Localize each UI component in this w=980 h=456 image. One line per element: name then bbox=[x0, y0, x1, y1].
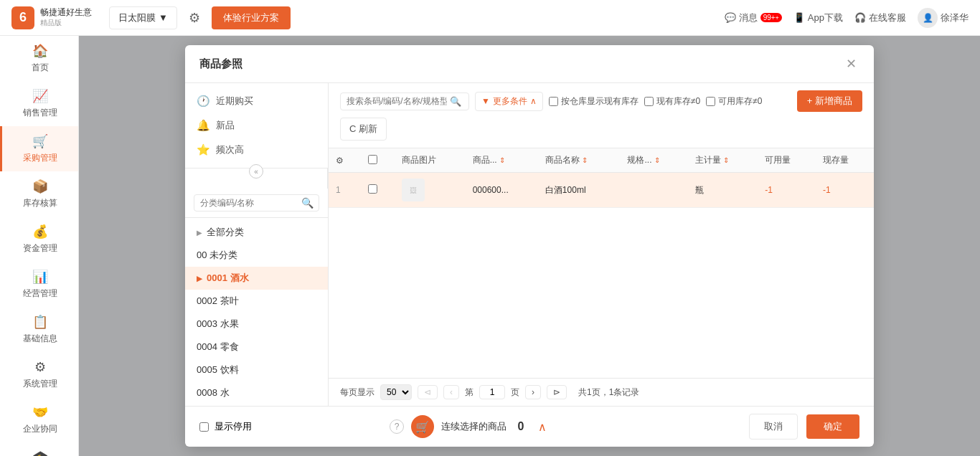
messages-badge: 99++ bbox=[760, 13, 782, 22]
category-search-input[interactable] bbox=[194, 194, 319, 212]
first-page-button[interactable]: ⊲ bbox=[418, 385, 438, 399]
sidebar-item-purchase[interactable]: 🛒 采购管理 bbox=[0, 126, 78, 171]
product-search-icon[interactable]: 🔍 bbox=[450, 96, 461, 107]
settings-icon[interactable]: ⚙ bbox=[183, 6, 206, 29]
checkbox-current-stock[interactable]: 现有库存≠0 bbox=[644, 95, 700, 108]
confirm-button[interactable]: 确定 bbox=[806, 414, 859, 439]
tab-recent-purchase[interactable]: 🕐 近期购买 bbox=[185, 89, 328, 113]
headset-icon: 🎧 bbox=[854, 12, 866, 23]
page-label: 第 bbox=[465, 386, 473, 399]
sort-arrow-spec: ⇕ bbox=[654, 156, 660, 164]
sidebar-item-system[interactable]: ⚙ 系统管理 bbox=[0, 352, 78, 397]
product-search-input[interactable] bbox=[347, 96, 447, 106]
tab-frequent[interactable]: ⭐ 频次高 bbox=[185, 138, 328, 162]
category-item-fruit[interactable]: 0003 水果 bbox=[185, 313, 328, 336]
collapse-left-panel-button[interactable]: « bbox=[249, 164, 263, 179]
category-item-water[interactable]: 0008 水 bbox=[185, 381, 328, 404]
row-stock: -1 bbox=[816, 173, 874, 208]
tab-new-product[interactable]: 🔔 新品 bbox=[185, 113, 328, 138]
sidebar-item-sales[interactable]: 📈 销售管理 bbox=[0, 81, 78, 126]
collapse-cart-button[interactable]: ∧ bbox=[535, 417, 550, 437]
category-label-00: 00 未分类 bbox=[197, 249, 237, 262]
category-label-0003: 0003 水果 bbox=[197, 318, 239, 331]
checkbox-available-stock-input[interactable] bbox=[706, 97, 715, 106]
category-item-appliance[interactable]: 0010 家电 bbox=[185, 404, 328, 406]
user-area[interactable]: 👤 徐泽华 bbox=[918, 8, 969, 28]
checkbox-warehouse-stock-label: 按仓库显示现有库存 bbox=[561, 95, 639, 108]
checkbox-current-stock-label: 现有库存≠0 bbox=[656, 95, 700, 108]
help-icon[interactable]: ? bbox=[390, 419, 404, 434]
logo-sub: 精品版 bbox=[40, 18, 92, 28]
sort-arrow-code: ⇕ bbox=[499, 156, 505, 164]
add-product-button[interactable]: + 新增商品 bbox=[797, 90, 862, 112]
per-page-select[interactable]: 50 bbox=[380, 384, 412, 400]
footer-right: 取消 确定 bbox=[749, 414, 859, 440]
row-select-checkbox[interactable] bbox=[368, 184, 377, 194]
checkbox-warehouse-stock-input[interactable] bbox=[549, 97, 558, 106]
sidebar-item-collab[interactable]: 🤝 企业协同 bbox=[0, 397, 78, 442]
page-total-info: 共1页，1条记录 bbox=[578, 386, 639, 399]
store-dropdown[interactable]: 日太阳膜 ▼ bbox=[109, 6, 177, 29]
sidebar-item-inventory[interactable]: 📦 库存核算 bbox=[0, 171, 78, 217]
th-code[interactable]: 商品... ⇕ bbox=[466, 148, 538, 173]
sidebar-label-collab: 企业协同 bbox=[23, 423, 57, 435]
prev-page-button[interactable]: ‹ bbox=[443, 385, 459, 399]
messages-btn[interactable]: 💬 消息 99++ bbox=[725, 11, 782, 24]
sidebar-item-guide[interactable]: 🎓 新手引导 bbox=[0, 442, 78, 456]
next-page-button[interactable]: › bbox=[525, 385, 541, 399]
select-all-checkbox[interactable] bbox=[368, 155, 377, 164]
th-code-label: 商品... bbox=[473, 155, 497, 165]
th-spec[interactable]: 规格... ⇕ bbox=[620, 148, 687, 173]
logo-text-area: 畅捷通好生意 精品版 bbox=[40, 7, 92, 27]
show-disabled-label: 显示停用 bbox=[215, 420, 252, 433]
service-btn[interactable]: 🎧 在线客服 bbox=[854, 11, 906, 24]
checkbox-available-stock-label: 可用库存≠0 bbox=[718, 95, 762, 108]
cart-area: ? 🛒 连续选择的商品 0 ∧ bbox=[390, 415, 550, 438]
sidebar-item-basic[interactable]: 📋 基础信息 bbox=[0, 307, 78, 352]
th-unit[interactable]: 主计量 ⇕ bbox=[688, 148, 758, 173]
category-item-drink[interactable]: 0005 饮料 bbox=[185, 358, 328, 381]
table-settings-icon[interactable]: ⚙ bbox=[329, 148, 361, 173]
nav-right: 💬 消息 99++ 📱 App下载 🎧 在线客服 👤 徐泽华 bbox=[725, 8, 969, 28]
category-search-area: 🔍 bbox=[185, 189, 328, 218]
sidebar-item-finance[interactable]: 💰 资金管理 bbox=[0, 217, 78, 262]
sidebar-item-home[interactable]: 🏠 首页 bbox=[0, 36, 78, 81]
cancel-button[interactable]: 取消 bbox=[749, 414, 798, 440]
trial-button[interactable]: 体验行业方案 bbox=[212, 6, 291, 29]
right-toolbar: 🔍 ▼ 更多条件 ∧ 按仓库显示现有库存 bbox=[329, 83, 874, 148]
messages-label: 消息 bbox=[739, 11, 758, 24]
checkbox-warehouse-stock[interactable]: 按仓库显示现有库存 bbox=[549, 95, 639, 108]
category-item-all[interactable]: ▶ 全部分类 bbox=[185, 221, 328, 244]
checkbox-current-stock-input[interactable] bbox=[644, 97, 654, 106]
filter-button[interactable]: ▼ 更多条件 ∧ bbox=[475, 92, 543, 111]
show-disabled-checkbox[interactable] bbox=[199, 422, 209, 432]
category-arrow-0001: ▶ bbox=[197, 275, 202, 282]
category-label-0008: 0008 水 bbox=[197, 386, 230, 399]
last-page-button[interactable]: ⊳ bbox=[547, 385, 567, 399]
filter-chevron-icon: ∧ bbox=[530, 96, 537, 106]
refresh-button[interactable]: C 刷新 bbox=[340, 118, 387, 141]
table-row[interactable]: 1 🖼 000600... 白酒100ml bbox=[329, 173, 874, 208]
category-item-alcohol[interactable]: ▶ 0001 酒水 bbox=[185, 267, 328, 290]
modal-close-button[interactable]: ✕ bbox=[842, 55, 859, 72]
page-unit: 页 bbox=[511, 386, 519, 399]
category-search-icon[interactable]: 🔍 bbox=[301, 197, 314, 209]
product-reference-modal: 商品参照 ✕ 🕐 近期购买 🔔 bbox=[185, 45, 874, 447]
collab-icon: 🤝 bbox=[32, 404, 48, 420]
category-item-uncategorized[interactable]: 00 未分类 bbox=[185, 244, 328, 267]
cart-label: 连续选择的商品 bbox=[441, 420, 507, 433]
th-unit-label: 主计量 bbox=[695, 155, 721, 165]
row-available: -1 bbox=[758, 173, 816, 208]
page-number-input[interactable] bbox=[479, 385, 505, 399]
category-item-tea[interactable]: 0002 茶叶 bbox=[185, 290, 328, 313]
cart-button[interactable]: 🛒 bbox=[411, 415, 434, 438]
category-item-snack[interactable]: 0004 零食 bbox=[185, 336, 328, 358]
sidebar-item-operation[interactable]: 📊 经营管理 bbox=[0, 262, 78, 307]
checkbox-available-stock[interactable]: 可用库存≠0 bbox=[706, 95, 762, 108]
th-spec-label: 规格... bbox=[627, 155, 651, 165]
footer-left: 显示停用 bbox=[199, 420, 252, 433]
row-image: 🖼 bbox=[395, 173, 465, 208]
th-name[interactable]: 商品名称 ⇕ bbox=[538, 148, 621, 173]
filter-icon: ▼ bbox=[481, 96, 490, 106]
app-download-btn[interactable]: 📱 App下载 bbox=[793, 11, 843, 24]
